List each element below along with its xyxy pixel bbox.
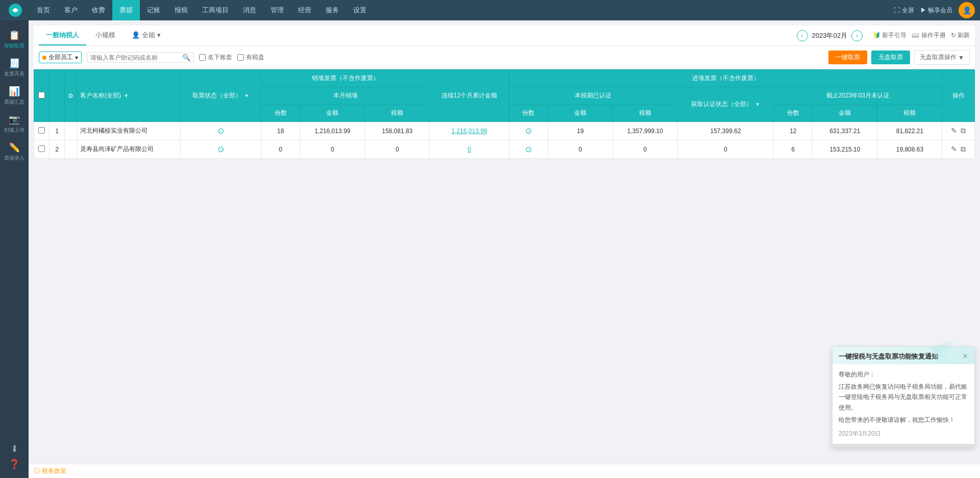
nav-message[interactable]: 消息: [236, 0, 263, 20]
check-tax-label[interactable]: 有税盘: [237, 53, 264, 62]
customer-filter-icon[interactable]: ▼: [124, 93, 129, 98]
status-icon: ⓘ: [34, 467, 40, 475]
notification-scrollbar[interactable]: [832, 444, 974, 447]
tab-general-taxpayer[interactable]: 一般纳税人: [39, 26, 86, 45]
sidebar-item-entry[interactable]: ✏️ 票据录入: [0, 138, 29, 166]
row1-check[interactable]: [38, 127, 45, 134]
summary-icon: 📊: [9, 86, 20, 97]
sidebar-label-summary: 票据汇总: [4, 98, 24, 106]
row2-view-icon[interactable]: ⧉: [961, 145, 966, 153]
nav-ticket[interactable]: 票据: [112, 0, 140, 20]
nav-fee[interactable]: 收费: [85, 0, 112, 20]
status-text[interactable]: 税务政策: [42, 467, 66, 475]
manual-btn[interactable]: 📖 操作手册: [912, 31, 945, 40]
row2-sales-tax: 0: [365, 140, 430, 159]
row1-sales-tax: 158,081.83: [365, 122, 430, 140]
one-click-btn[interactable]: 一键取票: [828, 51, 867, 64]
row2-monthly-amount: 0: [430, 140, 509, 159]
cancel-status-filter-icon[interactable]: ▼: [244, 93, 249, 98]
nav-manage[interactable]: 管理: [263, 0, 291, 20]
row1-purchase-count: 19: [548, 122, 612, 140]
search-input[interactable]: [90, 54, 182, 61]
check-account-checkbox[interactable]: [199, 54, 206, 61]
nav-service[interactable]: 服务: [318, 0, 346, 20]
notification-popup: 一键报税与无盘取票功能恢复通知 ✕ 尊敬的用户： 江苏政务网已恢复访问电子税务局…: [832, 346, 975, 447]
status-bar: ⓘ 税务政策: [29, 464, 980, 478]
date-prev-btn[interactable]: ‹: [797, 30, 808, 41]
row1-uncert-amount: 631,337.21: [813, 122, 877, 140]
sidebar-label-smart-ticket: 智能取票: [4, 42, 24, 49]
search-icon[interactable]: 🔍: [182, 54, 190, 61]
row1-purchase-tax: 157,399.62: [677, 122, 773, 140]
sidebar-item-scan[interactable]: 📷 扫描上传: [0, 110, 29, 138]
main-table: ⚙ 客户名称(全部) ▼ 取票状态（全部） ▼ 销项发票（不含作废票） 连续12…: [34, 69, 975, 159]
no-disk-btn[interactable]: 无盘取票: [871, 51, 910, 64]
check-account-label[interactable]: 名下账套: [199, 53, 232, 62]
nav-operation[interactable]: 经营: [291, 0, 318, 20]
row1-index: 1: [50, 122, 65, 140]
cert-status-filter-icon[interactable]: ▼: [755, 102, 760, 107]
row1-sales-count: 18: [261, 122, 300, 140]
help-icon[interactable]: ❓: [9, 459, 20, 470]
select-all-checkbox[interactable]: [38, 92, 45, 98]
new-guide-btn[interactable]: 🔰 新手引导: [873, 31, 906, 40]
sidebar-label-scan: 扫描上传: [4, 127, 24, 134]
nav-accounting[interactable]: 记账: [140, 0, 167, 20]
nav-settings[interactable]: 设置: [346, 0, 374, 20]
no-disk-ops-btn[interactable]: 无盘取票操作 ▼: [914, 50, 970, 65]
th-sales-tax: 税额: [365, 105, 430, 122]
row2-cert-check-icon: ⊙: [525, 145, 532, 154]
employee-select[interactable]: 全部员工 ▾: [39, 52, 82, 63]
tab-small-scale[interactable]: 小规模: [88, 26, 122, 45]
sidebar-item-invoice[interactable]: 🧾 发票开具: [0, 54, 29, 82]
notification-title: 一键报税与无盘取票功能恢复通知: [839, 352, 938, 361]
vip-btn[interactable]: ▶ 畅享会员: [920, 6, 952, 15]
row1-actions: ✎ ⧉: [942, 122, 975, 140]
smart-ticket-icon: 📋: [9, 30, 20, 41]
notification-close-btn[interactable]: ✕: [962, 352, 968, 360]
row2-purchase-amount: 0: [612, 140, 677, 159]
th-checkbox: [34, 70, 50, 122]
nav-business[interactable]: 工商项目: [195, 0, 236, 20]
th-monthly-amount: 连续12个月累计金额: [430, 70, 509, 122]
th-index: [50, 70, 65, 122]
th-ops: 操作: [942, 70, 975, 122]
nav-home[interactable]: 首页: [30, 0, 57, 20]
table-row: 1 河北柯橘桉实业有限公司 ⊙ 18 1,216,013.99 158,081.…: [34, 122, 975, 140]
user-avatar[interactable]: 👤: [959, 2, 975, 18]
notification-content: 江苏政务网已恢复访问电子税务局功能，易代账一键登陆电子税务局与无盘取票相关功能可…: [839, 382, 968, 413]
row2-check[interactable]: [38, 145, 45, 152]
row1-monthly-link[interactable]: 1,216,013.99: [451, 128, 487, 135]
refresh-btn[interactable]: ↻ 刷新: [951, 31, 970, 40]
filter-right-buttons: 一键取票 无盘取票 无盘取票操作 ▼: [828, 50, 970, 65]
row1-edit-icon[interactable]: ✎: [951, 127, 957, 135]
row1-cert-status: ⊙: [509, 122, 548, 140]
download-icon[interactable]: ⬇: [11, 443, 18, 455]
sidebar-item-summary[interactable]: 📊 票据汇总: [0, 82, 29, 110]
row2-sales-count: 0: [261, 140, 300, 159]
nav-customer[interactable]: 客户: [57, 0, 85, 20]
row2-edit-icon[interactable]: ✎: [951, 145, 957, 153]
settings-icon[interactable]: ⚙: [68, 92, 74, 99]
row1-cancel-check-icon: ⊙: [217, 127, 224, 135]
row1-checkbox[interactable]: [34, 122, 50, 140]
row2-actions: ✎ ⧉: [942, 140, 975, 159]
th-purchase-tax: 税额: [612, 105, 677, 122]
sidebar-item-smart-ticket[interactable]: 📋 智能取票: [0, 26, 29, 54]
row1-monthly-amount: 1,216,013.99: [430, 122, 509, 140]
all-tab-dropdown[interactable]: ▾: [157, 31, 161, 39]
employee-dot: [42, 56, 46, 60]
tab-all[interactable]: 👤 全能 ▾: [125, 26, 168, 45]
th-uncert-tax: 税额: [877, 105, 942, 122]
date-next-btn[interactable]: ›: [851, 30, 863, 41]
th-purchase-group: 进项发票（不含作废票）: [509, 70, 942, 87]
row2-checkbox[interactable]: [34, 140, 50, 159]
th-sales-group: 销项发票（不含作废票）: [261, 70, 430, 87]
row2-monthly-link[interactable]: 0: [468, 146, 471, 153]
check-tax-checkbox[interactable]: [237, 54, 244, 61]
row1-customer: 河北柯橘桉实业有限公司: [77, 122, 181, 140]
nav-tax[interactable]: 报税: [167, 0, 195, 20]
employee-dropdown-icon[interactable]: ▾: [75, 54, 78, 61]
row1-view-icon[interactable]: ⧉: [961, 127, 966, 135]
fullscreen-btn[interactable]: ⛶ 全屏: [894, 6, 914, 15]
